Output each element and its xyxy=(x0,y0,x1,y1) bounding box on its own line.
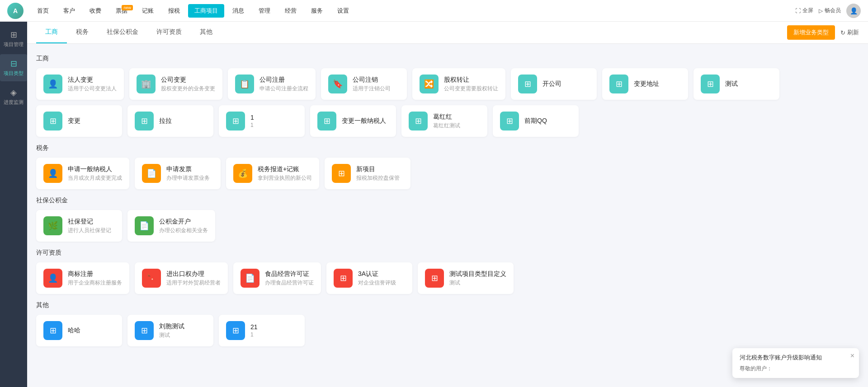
card-desc-apply-taxpayer: 当月或次月成变更完成 xyxy=(68,174,122,182)
card-title-fund-open: 公积金开户 xyxy=(159,218,208,226)
nav-item-manage[interactable]: 管理 xyxy=(252,4,277,18)
card-text-legal-change: 法人变更适用于公司变更法人 xyxy=(68,76,117,93)
service-card-change-address[interactable]: ⊞变更地址 xyxy=(602,68,688,100)
service-card-apply-taxpayer[interactable]: 👤申请一般纳税人当月或次月成变更完成 xyxy=(36,158,129,189)
nav-item-service[interactable]: 服务 xyxy=(305,4,329,18)
service-card-trademark-reg[interactable]: 👤商标注册用于企业商标注册服务 xyxy=(36,262,129,294)
social-fund-section-title: 社保公积金 xyxy=(36,196,859,205)
sub-tab-other[interactable]: 其他 xyxy=(191,22,222,43)
service-card-new-project[interactable]: ⊞新项目报税加税控盘保管 xyxy=(325,158,410,189)
card-title-open-company: 开公司 xyxy=(542,80,561,88)
card-text-tax-report: 税务报道+记账拿到营业执照的新公司 xyxy=(258,165,312,182)
card-icon-legal-change: 👤 xyxy=(43,75,62,93)
service-card-legal-change[interactable]: 👤法人变更适用于公司变更法人 xyxy=(36,68,124,100)
sidebar-item-progress-monitor[interactable]: ◈进度监测 xyxy=(0,83,27,110)
service-card-import-export[interactable]: 🔖进出口权办理适用于对外贸易经营者 xyxy=(135,262,228,294)
card-text-company-cancel: 公司注销适用于注销公司 xyxy=(353,76,391,93)
license-section: 许可资质 👤商标注册用于企业商标注册服务🔖进出口权办理适用于对外贸易经营者📄食品… xyxy=(36,249,859,294)
service-card-tax-report[interactable]: 💰税务报道+记账拿到营业执照的新公司 xyxy=(226,158,319,189)
nav-badge-tickets: new xyxy=(122,5,133,10)
nav-item-accounting[interactable]: 记账 xyxy=(136,4,160,18)
service-card-social-reg[interactable]: 🌿社保登记进行人员社保登记 xyxy=(36,210,122,242)
fullscreen-btn[interactable]: ⛶ 全屏 xyxy=(795,7,813,14)
service-card-apply-invoice[interactable]: 📄申请发票办理申请发票业务 xyxy=(135,158,221,189)
service-card-change1[interactable]: ⊞变更 xyxy=(36,105,122,137)
nav-item-tickets[interactable]: 票据new xyxy=(109,4,134,18)
nav-item-billing[interactable]: 收费 xyxy=(83,4,108,18)
service-card-change-taxpayer[interactable]: ⊞变更一般纳税人 xyxy=(310,105,396,137)
service-card-early-qq[interactable]: ⊞前期QQ xyxy=(493,105,579,137)
nav-item-industry[interactable]: 工商项目 xyxy=(188,4,224,18)
card-icon-company-cancel: 🔖 xyxy=(328,75,347,93)
card-title-pull1: 拉拉 xyxy=(159,117,172,125)
main-content: 工商税务社保公积金许可资质其他 新增业务类型 ↻ 刷新 工商 👤法人变更适用于公… xyxy=(27,22,868,387)
sub-tab-license[interactable]: 许可资质 xyxy=(147,22,191,43)
service-card-food-license[interactable]: 📄食品经营许可证办理食品经营许可证 xyxy=(233,262,321,294)
sidebar-item-project-manage[interactable]: ⊞项目管理 xyxy=(0,25,27,52)
card-icon-open-company: ⊞ xyxy=(518,75,537,93)
tax-cards-grid: 👤申请一般纳税人当月或次月成变更完成📄申请发票办理申请发票业务💰税务报道+记账拿… xyxy=(36,158,859,189)
card-desc-gehong: 葛红红测试 xyxy=(433,122,460,130)
card-icon-apply-invoice: 📄 xyxy=(142,164,161,183)
nav-item-tax[interactable]: 报税 xyxy=(162,4,186,18)
service-card-liu-pao-test[interactable]: ⊞刘胞测试测试 xyxy=(127,315,213,346)
card-text-early-qq: 前期QQ xyxy=(524,117,547,125)
card-text-liu-pao-test: 刘胞测试测试 xyxy=(159,322,184,339)
card-title-apply-invoice: 申请发票 xyxy=(166,165,210,173)
service-card-haha[interactable]: ⊞哈哈 xyxy=(36,315,122,346)
nav-item-settings[interactable]: 设置 xyxy=(331,4,355,18)
nav-items: 首页客户收费票据new记账报税工商项目消息管理经营服务设置 xyxy=(31,4,795,18)
card-title-import-export: 进出口权办理 xyxy=(166,270,221,278)
card-title-company-cancel: 公司注销 xyxy=(353,76,391,84)
card-icon-change1: ⊞ xyxy=(43,112,62,131)
service-card-gehong[interactable]: ⊞葛红红葛红红测试 xyxy=(401,105,487,137)
nav-item-operation[interactable]: 经营 xyxy=(278,4,303,18)
card-desc-fund-open: 办理公积金相关业务 xyxy=(159,227,208,234)
card-text-equity-transfer: 股权转让公司变更需要股权转让 xyxy=(444,76,498,93)
tax-section: 税务 👤申请一般纳税人当月或次月成变更完成📄申请发票办理申请发票业务💰税务报道+… xyxy=(36,144,859,189)
refresh-button[interactable]: ↻ 刷新 xyxy=(840,28,859,37)
card-title-new-project: 新项目 xyxy=(356,165,400,173)
card-desc-legal-change: 适用于公司变更法人 xyxy=(68,85,117,93)
service-card-num21[interactable]: ⊞211 xyxy=(219,315,305,346)
card-desc-company-change: 股权变更外的业务变更 xyxy=(161,85,215,93)
card-icon-food-license: 📄 xyxy=(241,269,259,288)
service-card-company-reg[interactable]: 📋公司注册申请公司注册全流程 xyxy=(228,68,316,100)
service-card-open-company[interactable]: ⊞开公司 xyxy=(511,68,597,100)
card-title-3a-cert: 3A认证 xyxy=(358,270,396,278)
vip-btn[interactable]: ▷ 畅会员 xyxy=(819,7,841,14)
service-card-company-change[interactable]: 🏢公司变更股权变更外的业务变更 xyxy=(129,68,222,100)
card-icon-early-qq: ⊞ xyxy=(500,112,519,131)
refresh-icon: ↻ xyxy=(840,29,845,36)
card-desc-test-project-type: 测试 xyxy=(449,279,506,287)
card-title-company-reg: 公司注册 xyxy=(259,76,308,84)
card-text-fund-open: 公积金开户办理公积金相关业务 xyxy=(159,218,208,234)
sub-tab-social-fund[interactable]: 社保公积金 xyxy=(98,22,147,43)
card-title-haha: 哈哈 xyxy=(68,326,80,335)
service-card-3a-cert[interactable]: ⊞3A认证对企业信誉评级 xyxy=(326,262,412,294)
card-desc-food-license: 办理食品经营许可证 xyxy=(265,279,314,287)
card-icon-test1: ⊞ xyxy=(701,75,720,93)
sub-tab-tax[interactable]: 税务 xyxy=(67,22,98,43)
sub-tab-industry[interactable]: 工商 xyxy=(36,22,67,43)
sidebar-item-project-type[interactable]: ⊟项目类型 xyxy=(0,54,27,81)
service-card-test-project-type[interactable]: ⊞测试项目类型目定义测试 xyxy=(418,262,514,294)
service-card-pull1[interactable]: ⊞拉拉 xyxy=(127,105,213,137)
nav-item-home[interactable]: 首页 xyxy=(31,4,55,18)
card-desc-trademark-reg: 用于企业商标注册服务 xyxy=(68,279,122,287)
card-desc-num21: 1 xyxy=(250,331,258,338)
service-card-test1[interactable]: ⊞测试 xyxy=(693,68,779,100)
avatar[interactable]: 👤 xyxy=(846,4,861,18)
service-card-equity-transfer[interactable]: 🔀股权转让公司变更需要股权转让 xyxy=(412,68,505,100)
card-icon-new-project: ⊞ xyxy=(332,164,351,183)
nav-item-client[interactable]: 客户 xyxy=(57,4,81,18)
card-title-change1: 变更 xyxy=(68,117,80,125)
new-type-button[interactable]: 新增业务类型 xyxy=(787,25,835,40)
service-card-company-cancel[interactable]: 🔖公司注销适用于注销公司 xyxy=(321,68,407,100)
card-icon-fund-open: 📄 xyxy=(135,216,154,235)
service-card-fund-open[interactable]: 📄公积金开户办理公积金相关业务 xyxy=(127,210,215,242)
nav-item-message[interactable]: 消息 xyxy=(226,4,250,18)
card-title-social-reg: 社保登记 xyxy=(68,218,111,226)
service-card-num1[interactable]: ⊞11 xyxy=(219,105,305,137)
notification-close-button[interactable]: × xyxy=(850,352,854,360)
